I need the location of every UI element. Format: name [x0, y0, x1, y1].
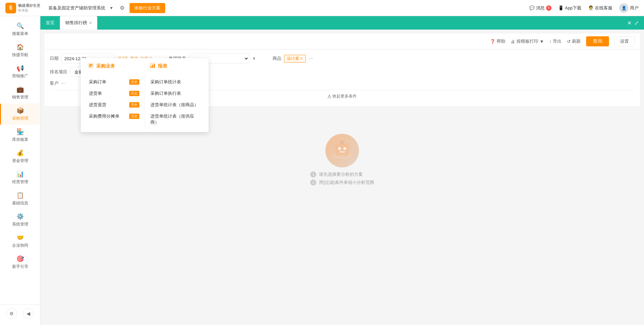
sidebar-label-system: 系统管理 [12, 221, 28, 227]
sidebar-item-marketing[interactable]: 📢 营销推广 [0, 61, 40, 82]
dropdown-col-left: 采购业务 采购订单 历史 进货单 历史 进货退货 历史 [85, 62, 143, 128]
sidebar-item-inventory[interactable]: 🏪 库存核算 [0, 125, 40, 146]
sidebar-item-guide[interactable]: 🎯 新手引导 [0, 252, 40, 273]
tab-close-window-btn[interactable]: ✕ [627, 20, 632, 26]
svg-rect-13 [154, 64, 155, 68]
home-icon: 🏠 [16, 43, 24, 51]
dropdown-col-left-title-text: 采购业务 [96, 63, 115, 69]
dropdown-item-inbound[interactable]: 进货单 历史 [87, 88, 141, 99]
sidebar-item-basic[interactable]: 📋 基础信息 [0, 188, 40, 209]
sidebar-item-quick-nav[interactable]: 🏠 快捷导航 [0, 40, 40, 61]
tab-close-icon[interactable]: × [89, 21, 92, 25]
main-layout: 🔍 搜索菜单 🏠 快捷导航 📢 营销推广 💼 销售管理 📦 采购管理 🏪 库存核… [0, 16, 644, 325]
sidebar-label-business: 经营管理 [12, 179, 28, 185]
sidebar-item-corp[interactable]: 🤝 企业协同 [0, 231, 40, 252]
svg-rect-11 [150, 66, 151, 68]
sidebar-label-quick-nav: 快捷导航 [12, 52, 28, 58]
tab-home[interactable]: 首页 [40, 16, 60, 30]
handshake-icon: 🤝 [16, 234, 24, 241]
header-right: 💬 消息 5 📱 App下载 🧑‍💼 在线客服 👤 用户 [529, 3, 639, 13]
sidebar-label-finance: 资金管理 [12, 158, 28, 164]
sidebar-label-sales: 销售管理 [12, 94, 28, 100]
svg-rect-9 [89, 66, 91, 67]
sidebar: 🔍 搜索菜单 🏠 快捷导航 📢 营销推广 💼 销售管理 📦 采购管理 🏪 库存核… [0, 16, 40, 325]
sidebar-label-guide: 新手引导 [12, 264, 28, 270]
dropdown-item-report-1[interactable]: 采购订单执行表 [149, 88, 202, 99]
phone-icon: 📱 [558, 5, 564, 10]
industry-btn[interactable]: 体验行业方案 [130, 3, 165, 13]
history-badge-2: 历史 [129, 102, 139, 108]
svg-rect-7 [89, 64, 93, 65]
sidebar-label-purchase: 采购管理 [12, 116, 28, 121]
logo-icon: 6 [5, 3, 16, 13]
dropdown-item-report-2[interactable]: 进货单统计表（按商品） [149, 99, 202, 111]
dropdown-item-report-0[interactable]: 采购订单统计表 [149, 76, 202, 88]
service-icon: 🧑‍💼 [588, 5, 594, 10]
sidebar-label-basic: 基础信息 [12, 200, 28, 206]
target-icon: 🎯 [16, 255, 24, 262]
report-col-icon [149, 62, 156, 70]
sidebar-item-search[interactable]: 🔍 搜索菜单 [0, 19, 40, 40]
logo-sub: 标准版 [18, 8, 40, 13]
sidebar-item-sales[interactable]: 💼 销售管理 [0, 82, 40, 104]
gear-icon: ⚙️ [16, 213, 24, 220]
message-label: 消息 [536, 5, 545, 11]
svg-rect-12 [152, 65, 153, 68]
sidebar-settings-btn[interactable]: ⚙ [6, 308, 17, 319]
briefcase-icon: 💼 [16, 86, 24, 93]
user-label: 用户 [630, 5, 639, 11]
sidebar-label-search: 搜索菜单 [12, 31, 28, 37]
svg-rect-8 [89, 65, 92, 66]
dropdown-divider [145, 62, 145, 128]
sidebar-item-business[interactable]: 📊 经营管理 [0, 167, 40, 188]
history-badge-0: 历史 [129, 79, 139, 85]
money-icon: 💰 [16, 149, 24, 157]
user-btn[interactable]: 👤 用户 [619, 3, 639, 13]
sidebar-item-finance[interactable]: 💰 资金管理 [0, 146, 40, 167]
dropdown-cols: 采购业务 采购订单 历史 进货单 历史 进货退货 历史 [81, 62, 209, 128]
message-badge: 5 [546, 5, 551, 11]
sidebar-label-marketing: 营销推广 [12, 73, 28, 79]
box-icon: 📦 [16, 107, 24, 114]
megaphone-icon: 📢 [16, 65, 24, 72]
header-mid: 装备及固定资产辅助管理系统 ▼ ⚙ 体验行业方案 [46, 3, 529, 13]
service-label: 在线客服 [595, 5, 612, 11]
tab-maximize-btn[interactable]: ⤢ [634, 20, 639, 26]
sidebar-collapse-btn[interactable]: ◀ [23, 308, 34, 319]
app-download-btn[interactable]: 📱 App下载 [558, 5, 581, 11]
logo-area: 6 畅捷通好生意 标准版 [5, 3, 46, 13]
online-service-btn[interactable]: 🧑‍💼 在线客服 [588, 5, 612, 11]
chart-icon: 📊 [16, 170, 24, 178]
logo-text-area: 畅捷通好生意 标准版 [18, 3, 40, 12]
dropdown-item-return[interactable]: 进货退货 历史 [87, 99, 141, 111]
tab-home-label: 首页 [46, 20, 55, 26]
app-label: App下载 [565, 5, 581, 11]
sidebar-label-corp: 企业协同 [12, 243, 28, 248]
tab-sales-rank-label: 销售排行榜 [65, 20, 87, 26]
dropdown-col-right-title: 报表 [149, 62, 202, 72]
sidebar-bottom: ⚙ ◀ [0, 304, 40, 322]
message-icon: 💬 [529, 5, 535, 10]
content-area: 首页 销售排行榜 × ✕ ⤢ ❓ 帮助 🖨 按模板打印 [40, 16, 644, 325]
sidebar-label-inventory: 库存核算 [12, 137, 28, 143]
dropdown-item-expense[interactable]: 采购费用分摊单 历史 [87, 111, 141, 122]
settings-icon[interactable]: ⚙ [117, 3, 127, 13]
logo-text: 畅捷通好生意 [18, 3, 40, 8]
dropdown-item-purchase-order[interactable]: 采购订单 历史 [87, 76, 141, 88]
system-dropdown-btn[interactable]: ▼ [108, 5, 115, 11]
system-name: 装备及固定资产辅助管理系统 [48, 5, 105, 11]
sidebar-item-purchase[interactable]: 📦 采购管理 [0, 104, 40, 125]
tab-right-actions: ✕ ⤢ [627, 20, 644, 26]
message-btn[interactable]: 💬 消息 5 [529, 5, 551, 11]
tab-sales-rank[interactable]: 销售排行榜 × [60, 16, 97, 30]
dropdown-col-left-title: 采购业务 [87, 62, 141, 72]
dropdown-item-report-3[interactable]: 进货单统计表（按供应商） [149, 111, 202, 128]
store-icon: 🏪 [16, 128, 24, 135]
search-icon: 🔍 [16, 22, 24, 30]
dropdown-col-right-title-text: 报表 [158, 63, 167, 69]
top-header: 6 畅捷通好生意 标准版 装备及固定资产辅助管理系统 ▼ ⚙ 体验行业方案 💬 … [0, 0, 644, 16]
dropdown-col-right: 报表 采购订单统计表 采购订单执行表 进货单统计表（按商品） 进货单统计表（按供 [146, 62, 205, 128]
sidebar-item-system[interactable]: ⚙️ 系统管理 [0, 209, 40, 231]
dropdown-menu: 采购业务 采购订单 历史 进货单 历史 进货退货 历史 [81, 58, 209, 132]
purchase-col-icon [87, 62, 94, 70]
